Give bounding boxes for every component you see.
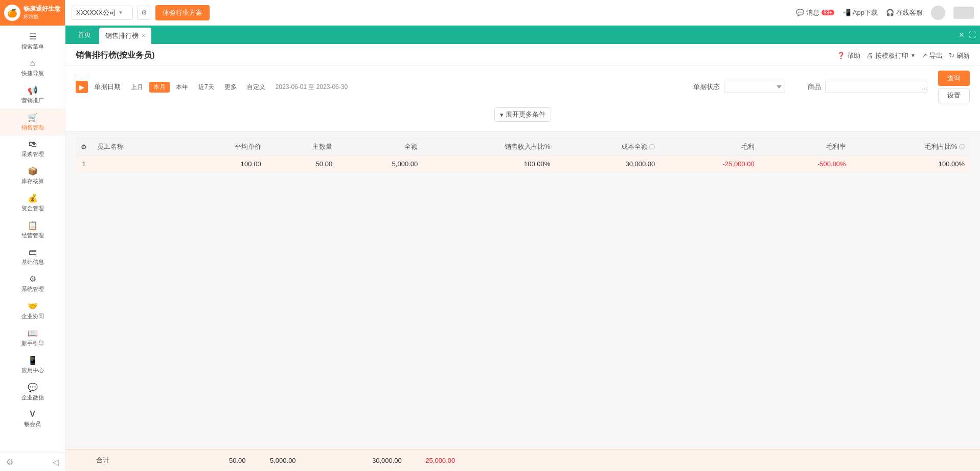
trial-button[interactable]: 体验行业方案 xyxy=(155,5,210,20)
sidebar-item-finance[interactable]: 💰 资金管理 xyxy=(0,189,65,216)
th-cost-info-icon[interactable]: ⓘ xyxy=(649,144,655,150)
tab-close-window-icon[interactable]: ✕ xyxy=(959,31,965,39)
sidebar-item-cooperation[interactable]: 🤝 企业协同 xyxy=(0,297,65,324)
status-label: 单据状态 xyxy=(693,82,720,92)
date-tabs: 上月 本月 本年 近7天 更多 自定义 xyxy=(127,82,269,93)
tab-home[interactable]: 首页 xyxy=(70,26,99,44)
filter-area: ▶ 单据日期 上月 本月 本年 近7天 更多 自定义 2023-06-01 至 … xyxy=(65,65,980,131)
message-icon: 💬 xyxy=(796,9,804,16)
user-avatar[interactable] xyxy=(931,6,945,20)
topbar-settings-button[interactable]: ⚙ xyxy=(137,6,151,20)
date-tab-more[interactable]: 更多 xyxy=(220,82,241,93)
help-button[interactable]: ❓ 帮助 xyxy=(837,51,860,60)
sidebar-item-purchase[interactable]: 🛍 采购管理 xyxy=(0,136,65,162)
export-icon: ↗ xyxy=(922,52,927,59)
app-download-icon: 📲 xyxy=(842,9,851,16)
sales-icon: 🛒 xyxy=(28,113,38,122)
date-tab-custom[interactable]: 自定义 xyxy=(243,82,269,93)
company-name: XXXXXX公司 xyxy=(76,8,116,17)
help-icon: ❓ xyxy=(837,52,845,59)
tab-sales-ranking[interactable]: 销售排行榜 × xyxy=(99,28,151,44)
page-title-row: 销售排行榜(按业务员) ❓ 帮助 🖨 按模板打印 ▼ ↗ 导出 xyxy=(76,50,970,65)
topbar-right: 💬 消息 99+ 📲 App下载 🎧 在线客服 xyxy=(796,6,974,20)
table-footer: 合计 50.00 5,000.00 30,000.00 -25,000.00 xyxy=(65,449,980,471)
td-rank: 1 xyxy=(76,156,92,172)
tab-active-label: 销售排行榜 xyxy=(105,31,139,40)
basic-icon: 🗃 xyxy=(29,248,37,257)
collapse-sidebar-icon[interactable]: ◁ xyxy=(53,457,59,467)
tab-close-icon[interactable]: × xyxy=(142,32,145,39)
td-amount: 5,000.00 xyxy=(337,156,423,172)
online-service-icon: 🎧 xyxy=(886,9,894,16)
table-header-row: ⚙ 员工名称 平均单价 主数量 全额 xyxy=(76,138,970,156)
td-qty: 50.00 xyxy=(266,156,338,172)
template-print-button[interactable]: 🖨 按模板打印 ▼ xyxy=(867,51,916,60)
export-button[interactable]: ↗ 导出 xyxy=(922,51,943,60)
th-settings[interactable]: ⚙ xyxy=(76,138,92,156)
sidebar-item-system[interactable]: ⚙ 系统管理 xyxy=(0,270,65,297)
sidebar-item-operations[interactable]: 📋 经营管理 xyxy=(0,216,65,243)
sidebar-item-newbie[interactable]: 📖 新手引导 xyxy=(0,324,65,351)
td-name xyxy=(92,156,179,172)
app-download-label: App下载 xyxy=(853,8,878,17)
online-service-button[interactable]: 🎧 在线客服 xyxy=(886,8,923,17)
sidebar: 🍊 畅康通好生意 标准版 ☰ 搜索菜单 ⌂ 快捷导航 📢 营销推广 🛒 销售管理… xyxy=(0,0,65,471)
expand-more-conditions-button[interactable]: ▾ 展开更多条件 xyxy=(494,107,551,122)
main-content: XXXXXX公司 ▼ ⚙ 体验行业方案 💬 消息 99+ 📲 App下载 🎧 在… xyxy=(65,0,980,471)
company-selector[interactable]: XXXXXX公司 ▼ xyxy=(72,6,133,20)
sidebar-item-inventory[interactable]: 📦 库存核算 xyxy=(0,162,65,189)
message-badge: 99+ xyxy=(822,10,834,15)
query-button[interactable]: 查询 xyxy=(938,71,970,86)
data-table: ⚙ 员工名称 平均单价 主数量 全额 xyxy=(76,138,970,172)
filter-more-row: ▾ 展开更多条件 xyxy=(76,103,970,126)
td-sales-ratio: 100.00% xyxy=(423,156,555,172)
sidebar-item-weixin[interactable]: 💬 企业微信 xyxy=(0,378,65,406)
footer-profit: -25,000.00 xyxy=(418,455,469,466)
status-filter-group: 单据状态 xyxy=(693,81,785,93)
app-download-button[interactable]: 📲 App下载 xyxy=(842,8,878,17)
sidebar-item-member[interactable]: V 畅会员 xyxy=(0,406,65,432)
table-row: 1 100.00 50.00 5,000.00 100.00% 30,000.0… xyxy=(76,156,970,172)
footer-qty: 50.00 xyxy=(224,455,265,466)
filter-row-1: ▶ 单据日期 上月 本月 本年 近7天 更多 自定义 2023-06-01 至 … xyxy=(76,71,970,103)
sidebar-item-basic[interactable]: 🗃 基础信息 xyxy=(0,243,65,270)
sidebar-item-marketing[interactable]: 📢 营销推广 xyxy=(0,81,65,108)
refresh-icon: ↻ xyxy=(949,52,954,59)
sidebar-nav: ☰ 搜索菜单 ⌂ 快捷导航 📢 营销推广 🛒 销售管理 🛍 采购管理 📦 库存核… xyxy=(0,26,65,453)
table-area: ⚙ 员工名称 平均单价 主数量 全额 xyxy=(65,131,980,449)
refresh-button[interactable]: ↻ 刷新 xyxy=(949,51,970,60)
page-content: 销售排行榜(按业务员) ❓ 帮助 🖨 按模板打印 ▼ ↗ 导出 xyxy=(65,44,980,471)
inventory-icon: 📦 xyxy=(28,166,38,176)
logo-sub: 标准版 xyxy=(24,13,60,20)
date-tab-7days[interactable]: 近7天 xyxy=(194,82,218,93)
operations-icon: 📋 xyxy=(28,220,38,230)
settings-footer-icon[interactable]: ⚙ xyxy=(6,457,13,467)
goods-more-icon[interactable]: … xyxy=(921,83,928,91)
th-avg-price: 平均单价 xyxy=(179,138,266,156)
status-select[interactable] xyxy=(724,81,785,93)
date-tab-last-month[interactable]: 上月 xyxy=(127,82,147,93)
th-profit-ratio-info-icon[interactable]: ⓘ xyxy=(959,144,965,150)
date-tab-this-year[interactable]: 本年 xyxy=(172,82,192,93)
filter-expand-icon[interactable]: ▶ xyxy=(76,81,88,93)
tabbar: 首页 销售排行榜 × ✕ ⛶ xyxy=(65,26,980,44)
sidebar-item-search[interactable]: ☰ 搜索菜单 xyxy=(0,28,65,55)
message-button[interactable]: 💬 消息 99+ xyxy=(796,8,834,17)
purchase-icon: 🛍 xyxy=(29,140,37,149)
company-chevron-icon: ▼ xyxy=(118,10,123,15)
td-profit-rate: -500.00% xyxy=(760,156,851,172)
weixin-icon: 💬 xyxy=(28,383,38,392)
sidebar-logo: 🍊 畅康通好生意 标准版 xyxy=(0,0,65,26)
sidebar-item-apps[interactable]: 📱 应用中心 xyxy=(0,351,65,378)
th-employee-name: 员工名称 xyxy=(92,138,179,156)
goods-input[interactable] xyxy=(825,81,927,93)
header-actions: ❓ 帮助 🖨 按模板打印 ▼ ↗ 导出 ↻ 刷新 xyxy=(837,51,970,60)
tab-maximize-icon[interactable]: ⛶ xyxy=(969,31,976,39)
td-cost: 30,000.00 xyxy=(555,156,660,172)
setting-button[interactable]: 设置 xyxy=(938,88,970,103)
sidebar-item-quicknav[interactable]: ⌂ 快捷导航 xyxy=(0,55,65,81)
system-icon: ⚙ xyxy=(29,274,36,284)
footer-settings xyxy=(76,458,91,462)
date-tab-this-month[interactable]: 本月 xyxy=(149,82,170,93)
sidebar-item-sales[interactable]: 🛒 销售管理 xyxy=(0,108,65,136)
